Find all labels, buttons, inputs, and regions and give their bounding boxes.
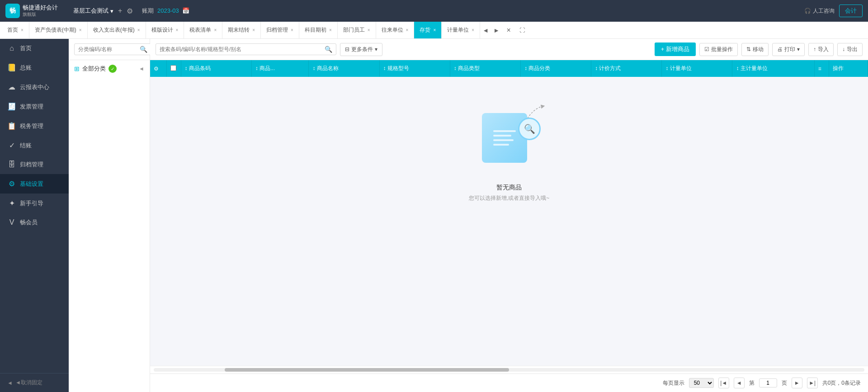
tab-subject[interactable]: 科目期初 × bbox=[299, 22, 338, 39]
scrollbar-track[interactable] bbox=[154, 368, 864, 372]
calendar-icon[interactable]: 📅 bbox=[182, 7, 189, 14]
tab-tax-list[interactable]: 税表清单 × bbox=[184, 22, 222, 39]
tab-close-income[interactable]: × bbox=[137, 28, 140, 33]
col-more[interactable]: ≡ bbox=[814, 60, 829, 77]
sidebar-label-guide: 新手引导 bbox=[20, 199, 43, 208]
doc-lines bbox=[486, 123, 523, 153]
company-name: 基层工会测试 bbox=[73, 7, 108, 15]
tab-close-tax[interactable]: × bbox=[214, 28, 217, 33]
col-price-method[interactable]: ↕ 计价方式 bbox=[591, 60, 662, 77]
category-search-box[interactable]: 🔍 bbox=[74, 43, 151, 55]
tab-close-dept[interactable]: × bbox=[368, 28, 370, 33]
tab-expand-btn[interactable]: ⛶ bbox=[515, 22, 529, 39]
tab-close-archive[interactable]: × bbox=[291, 28, 293, 33]
page-next-btn[interactable]: ► bbox=[792, 378, 802, 388]
company-selector[interactable]: 基层工会测试 ▾ bbox=[73, 7, 113, 15]
tab-close-all-btn[interactable]: × bbox=[502, 22, 515, 39]
scrollbar-thumb[interactable] bbox=[225, 368, 509, 372]
category-search-icon[interactable]: 🔍 bbox=[140, 46, 147, 53]
empty-subtitle: 您可以选择新增,或者直接导入哦~ bbox=[469, 194, 549, 202]
sidebar-label-invoice: 发票管理 bbox=[20, 103, 43, 111]
category-search-input[interactable] bbox=[78, 46, 137, 52]
account-btn[interactable]: 会计 bbox=[839, 5, 863, 17]
pagination-bar: 每页显示 50 100 200 |◄ ◄ 第 页 ► ►| 共0页，0条记录 bbox=[150, 373, 868, 392]
col-barcode[interactable]: ↕ 商品条码 bbox=[181, 60, 251, 77]
sidebar-label-archive: 归档管理 bbox=[20, 161, 43, 169]
export-btn[interactable]: ↓ 导出 bbox=[837, 43, 863, 56]
sidebar-item-close[interactable]: ✓ 结账 bbox=[0, 136, 69, 155]
table-scroll-container[interactable]: ⚙ ↕ 商品条码 ↕ 商品... ↕ 商品名称 ↕ 规格型号 ↕ 商品类型 ↕ … bbox=[150, 60, 868, 366]
tab-archive[interactable]: 归档管理 × bbox=[261, 22, 299, 39]
tab-contacts[interactable]: 往来单位 × bbox=[376, 22, 415, 39]
settings-icon[interactable]: ⚙ bbox=[127, 7, 133, 15]
sidebar-item-tax[interactable]: 📋 税务管理 bbox=[0, 116, 69, 136]
empty-doc-icon bbox=[482, 113, 527, 163]
main-search-box[interactable]: 🔍 bbox=[156, 43, 336, 55]
col-settings[interactable]: ⚙ bbox=[150, 60, 166, 77]
logo-sub: 旗舰版 bbox=[23, 11, 58, 18]
page-input[interactable] bbox=[759, 378, 777, 387]
sidebar-item-invoice[interactable]: 🧾 发票管理 bbox=[0, 97, 69, 116]
collapse-icon: ◄ bbox=[7, 380, 13, 386]
tab-income-report[interactable]: 收入支出表(年报) × bbox=[88, 22, 146, 39]
all-category-label: 全部分类 bbox=[82, 65, 106, 73]
service-btn[interactable]: 🎧 人工咨询 bbox=[804, 7, 835, 15]
import-btn[interactable]: ↑ 导入 bbox=[808, 43, 834, 56]
col-category[interactable]: ↕ 商品分类 bbox=[520, 60, 591, 77]
filter-btn[interactable]: ⊟ 更多条件 ▾ bbox=[340, 43, 382, 56]
page-first-btn[interactable]: |◄ bbox=[718, 378, 729, 388]
tab-unit[interactable]: 计量单位 × bbox=[442, 22, 480, 39]
doc-line-2 bbox=[493, 135, 511, 137]
tab-close-balance[interactable]: × bbox=[79, 28, 82, 33]
tab-dept[interactable]: 部门员工 × bbox=[338, 22, 376, 39]
tab-close-inventory[interactable]: × bbox=[433, 28, 436, 33]
logo-icon: 畅 bbox=[5, 4, 20, 18]
tab-close-home[interactable]: × bbox=[21, 28, 24, 33]
tab-next-btn[interactable]: ► bbox=[491, 22, 502, 39]
col-checkbox[interactable] bbox=[166, 60, 181, 77]
col-type[interactable]: ↕ 商品类型 bbox=[450, 60, 520, 77]
sidebar-item-archive[interactable]: 🗄 归档管理 bbox=[0, 155, 69, 174]
sidebar-item-reports[interactable]: ☁ 云报表中心 bbox=[0, 77, 69, 97]
left-panel: 🔍 ⊞ 全部分类 ✓ ◄ bbox=[69, 39, 150, 392]
page-size-select[interactable]: 50 100 200 bbox=[689, 378, 714, 388]
tab-home[interactable]: 首页 × bbox=[2, 22, 29, 39]
col-main-unit[interactable]: ↕ 主计量单位 bbox=[732, 60, 814, 77]
move-btn[interactable]: ⇅ 移动 bbox=[741, 43, 769, 56]
tab-close-unit[interactable]: × bbox=[472, 28, 474, 33]
category-all-item[interactable]: ⊞ 全部分类 ✓ ◄ bbox=[69, 60, 150, 77]
panel-collapse-btn[interactable]: ◄ bbox=[139, 66, 144, 72]
sidebar-item-member[interactable]: V 畅会员 bbox=[0, 213, 69, 232]
col-name[interactable]: ↕ 商品名称 bbox=[309, 60, 379, 77]
page-prev-btn[interactable]: ◄ bbox=[734, 378, 745, 388]
tab-close-contacts[interactable]: × bbox=[406, 28, 409, 33]
main-search-input[interactable] bbox=[160, 46, 322, 52]
tab-inventory[interactable]: 存货 × bbox=[414, 22, 442, 39]
tab-period-close[interactable]: 期末结转 × bbox=[222, 22, 261, 39]
add-product-btn[interactable]: + 新增商品 bbox=[655, 43, 696, 56]
add-company-btn[interactable]: + bbox=[118, 7, 122, 15]
main-search-icon[interactable]: 🔍 bbox=[325, 46, 332, 53]
sidebar-item-ledger[interactable]: 📒 总账 bbox=[0, 58, 69, 77]
tab-balance-sheet[interactable]: 资产负债表(中期) × bbox=[29, 22, 88, 39]
col-action[interactable]: 操作 bbox=[829, 60, 868, 77]
sidebar-label-close: 结账 bbox=[20, 142, 32, 150]
tab-template[interactable]: 模版设计 × bbox=[146, 22, 184, 39]
sidebar-item-home[interactable]: ⌂ 首页 bbox=[0, 39, 69, 58]
col-unit[interactable]: ↕ 计量单位 bbox=[662, 60, 732, 77]
sidebar-item-settings[interactable]: ⚙ 基础设置 bbox=[0, 174, 69, 194]
page-last-btn[interactable]: ►| bbox=[807, 378, 818, 388]
col-spec[interactable]: ↕ 规格型号 bbox=[379, 60, 450, 77]
sidebar-item-guide[interactable]: ✦ 新手引导 bbox=[0, 194, 69, 213]
print-btn[interactable]: 🖨 打印 ▾ bbox=[772, 43, 805, 56]
tab-prev-btn[interactable]: ◄ bbox=[480, 22, 491, 39]
tab-close-template[interactable]: × bbox=[176, 28, 179, 33]
batch-btn[interactable]: ☑ 批量操作 bbox=[699, 43, 738, 56]
sidebar-collapse-btn[interactable]: ◄ ◄取消固定 bbox=[0, 373, 69, 392]
select-all-checkbox[interactable] bbox=[170, 65, 176, 71]
empty-illustration: 🔍 bbox=[473, 104, 545, 176]
col-code[interactable]: ↕ 商品... bbox=[251, 60, 309, 77]
tab-close-subject[interactable]: × bbox=[329, 28, 332, 33]
tab-close-period[interactable]: × bbox=[252, 28, 255, 33]
batch-icon: ☑ bbox=[704, 46, 709, 52]
